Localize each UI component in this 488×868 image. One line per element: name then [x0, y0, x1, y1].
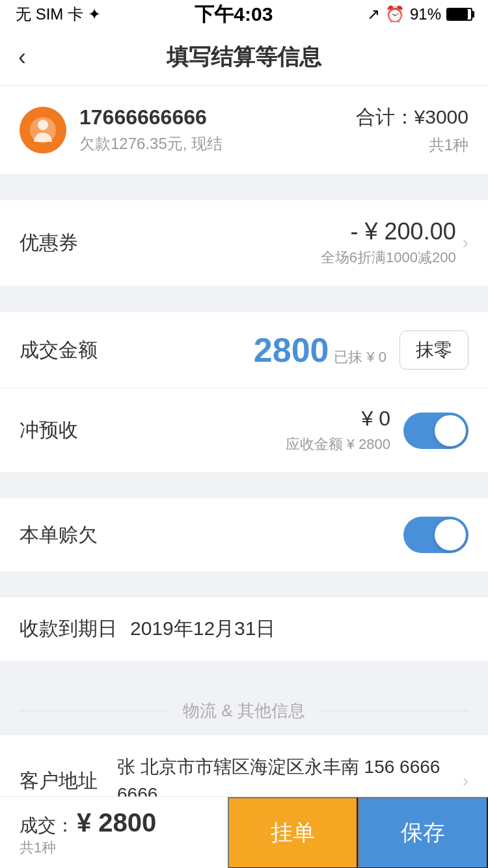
hold-button[interactable]: 挂单	[228, 797, 358, 869]
deal-sub: 已抹 ¥ 0	[334, 349, 386, 365]
customer-right: 合计：¥3000 共1种	[356, 104, 468, 156]
location-icon: ↗	[367, 5, 380, 23]
chevron-right-icon: ›	[463, 232, 468, 253]
rush-yen: ¥ 0	[362, 407, 390, 431]
sim-status: 无 SIM 卡 ✦	[16, 4, 101, 25]
back-button[interactable]: ‹	[18, 44, 26, 71]
due-date-value: 2019年12月31日	[130, 616, 275, 642]
coupon-row[interactable]: 优惠券 - ¥ 200.00 全场6折满1000减200 ›	[0, 200, 488, 286]
address-label: 客户地址	[20, 768, 98, 794]
deal-row: 成交金额 2800 已抹 ¥ 0 抹零	[0, 312, 488, 388]
deal-number: 2800	[254, 331, 329, 369]
battery-level: 91%	[410, 5, 441, 23]
rush-sub: 应收金额 ¥ 2800	[286, 435, 390, 454]
divider-1	[0, 187, 488, 200]
rush-toggle[interactable]	[403, 413, 468, 449]
status-right: ↗ ⏰ 91%	[367, 5, 472, 23]
customer-left: 17666666666 欠款1276.35元, 现结	[20, 105, 223, 154]
content: 17666666666 欠款1276.35元, 现结 合计：¥3000 共1种 …	[0, 86, 488, 868]
debt-toggle[interactable]	[403, 517, 468, 553]
debt-card: 本单赊欠	[0, 498, 488, 571]
customer-phone: 17666666666	[79, 105, 223, 129]
due-date-card: 收款到期日 2019年12月31日	[0, 597, 488, 660]
coupon-amount: - ¥ 200.00	[351, 218, 456, 245]
total-count: 共1种	[356, 135, 468, 156]
page-title: 填写结算等信息	[167, 42, 321, 72]
deal-right: 2800 已抹 ¥ 0 抹零	[254, 331, 468, 370]
customer-card: 17666666666 欠款1276.35元, 现结 合计：¥3000 共1种	[0, 86, 488, 174]
bottom-deal-row: 成交： ¥ 2800	[20, 808, 208, 838]
divider-2	[0, 299, 488, 312]
coupon-card: 优惠券 - ¥ 200.00 全场6折满1000减200 ›	[0, 200, 488, 286]
battery-icon	[446, 8, 472, 21]
rush-label: 冲预收	[20, 417, 78, 444]
customer-info: 17666666666 欠款1276.35元, 现结	[79, 105, 223, 154]
due-date-row: 收款到期日 2019年12月31日	[0, 597, 488, 660]
status-bar: 无 SIM 卡 ✦ 下午4:03 ↗ ⏰ 91%	[0, 0, 488, 29]
bottom-amount: ¥ 2800	[77, 808, 156, 837]
divider-5	[0, 673, 488, 686]
status-left: 无 SIM 卡 ✦	[16, 4, 101, 25]
debt-row: 本单赊欠	[0, 498, 488, 571]
logistics-section-label: 物流 & 其他信息	[0, 686, 488, 735]
bottom-count: 共1种	[20, 838, 208, 858]
alarm-icon: ⏰	[385, 5, 405, 23]
divider-3	[0, 485, 488, 498]
avatar-icon	[30, 117, 56, 143]
coupon-label: 优惠券	[20, 230, 78, 256]
rush-row: 冲预收 ¥ 0 应收金额 ¥ 2800	[0, 388, 488, 472]
bottom-summary: 成交： ¥ 2800 共1种	[0, 808, 228, 858]
due-date-label: 收款到期日	[20, 616, 117, 642]
avatar	[20, 107, 66, 154]
customer-sub: 欠款1276.35元, 现结	[79, 133, 223, 154]
coupon-desc: 全场6折满1000减200	[321, 248, 456, 267]
divider-4	[0, 584, 488, 597]
save-button[interactable]: 保存	[358, 797, 488, 869]
deal-card: 成交金额 2800 已抹 ¥ 0 抹零 冲预收 ¥ 0 应收金额 ¥ 2800	[0, 312, 488, 472]
status-time: 下午4:03	[195, 1, 273, 28]
bottom-bar: 成交： ¥ 2800 共1种 挂单 保存	[0, 796, 488, 868]
customer-row: 17666666666 欠款1276.35元, 现结 合计：¥3000 共1种	[0, 86, 488, 174]
round-zero-button[interactable]: 抹零	[400, 331, 468, 370]
nav-bar: ‹ 填写结算等信息	[0, 29, 488, 86]
logistics-line-left	[20, 711, 170, 711]
bottom-deal-label: 成交：	[20, 813, 74, 838]
total-amount: 合计：¥3000	[356, 104, 468, 131]
coupon-value-area: - ¥ 200.00 全场6折满1000减200	[321, 218, 456, 267]
logistics-line-right	[318, 711, 468, 711]
rush-right: ¥ 0 应收金额 ¥ 2800	[286, 407, 390, 454]
deal-value-wrap: 2800 已抹 ¥ 0	[254, 331, 386, 370]
debt-label: 本单赊欠	[20, 522, 98, 549]
logistics-label: 物流 & 其他信息	[183, 699, 305, 722]
deal-label: 成交金额	[20, 337, 98, 364]
address-chevron-icon: ›	[463, 770, 468, 791]
